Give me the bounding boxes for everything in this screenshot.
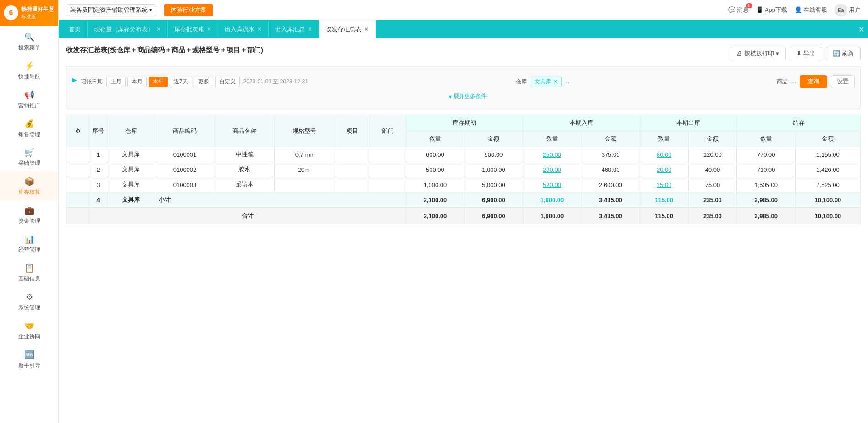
- th-goods-code: 商品编码: [155, 115, 215, 147]
- row2-dept: [370, 162, 406, 177]
- row1-out-qty[interactable]: 80.00: [640, 147, 688, 162]
- collab-icon: 🤝: [24, 321, 34, 331]
- row2-no: 2: [89, 162, 107, 177]
- row3-in-qty[interactable]: 520.00: [523, 177, 581, 192]
- date-btn-this-year[interactable]: 本年: [149, 77, 168, 87]
- message-item[interactable]: 💬 消息 6: [728, 6, 749, 14]
- table-settings-icon[interactable]: ⚙: [75, 127, 81, 134]
- date-btn-7days[interactable]: 近7天: [170, 77, 192, 87]
- row3-checkbox: [66, 177, 89, 192]
- sidebar-item-purchase[interactable]: 🛒 采购管理: [0, 143, 58, 172]
- export-button[interactable]: ⬇ 导出: [790, 47, 822, 60]
- basic-icon: 📋: [24, 263, 34, 273]
- row2-in-qty[interactable]: 230.00: [523, 162, 581, 177]
- goods-filter-label: 商品: [777, 78, 788, 86]
- warehouse-tag-area: 文具库 ✕ ...: [531, 77, 569, 87]
- user-item[interactable]: Ea 用户: [835, 4, 861, 16]
- sidebar-item-quick-nav[interactable]: ⚡ 快捷导航: [0, 56, 58, 85]
- expand-label: 展开更多条件: [453, 93, 487, 100]
- sidebar-item-operation[interactable]: 📊 经营管理: [0, 230, 58, 258]
- subtotal-out-amt: 235.00: [688, 192, 737, 208]
- row1-goods-code: 0100001: [155, 147, 215, 162]
- header-right: 💬 消息 6 📱 App下载 👤 在线客服 Ea 用户: [728, 4, 861, 16]
- date-btn-this-month[interactable]: 本月: [127, 77, 147, 87]
- tab-home[interactable]: 首页: [62, 20, 88, 38]
- tab-batch-label: 库存批次账: [174, 25, 204, 33]
- th-opening: 库存期初: [406, 115, 523, 131]
- tab-batch-close[interactable]: ✕: [207, 26, 211, 33]
- tab-recv-send-close[interactable]: ✕: [364, 26, 369, 33]
- row2-goods-code: 0100002: [155, 162, 215, 177]
- date-btn-custom[interactable]: 自定义: [215, 77, 240, 87]
- printer-icon: 🖨: [736, 50, 742, 57]
- tab-inout-flow[interactable]: 出入库流水 ✕: [218, 20, 269, 38]
- app-download-item[interactable]: 📱 App下载: [756, 6, 787, 14]
- row3-close-qty: 1,505.00: [737, 177, 796, 192]
- row3-warehouse: 文具库: [107, 177, 155, 192]
- row2-out-qty[interactable]: 20.00: [640, 162, 688, 177]
- tab-recv-send[interactable]: 收发存汇总表 ✕: [319, 20, 376, 38]
- row3-out-qty[interactable]: 15.00: [640, 177, 688, 192]
- th-close-amt: 金额: [795, 131, 860, 147]
- sidebar-item-collab[interactable]: 🤝 企业协同: [0, 316, 58, 345]
- tab-inout-summary-close[interactable]: ✕: [308, 26, 312, 33]
- subtotal-row: 4 文具库 小计 2,100.00 6,900.00 1,000.00 3,43…: [66, 192, 861, 208]
- th-in: 本期入库: [523, 115, 640, 131]
- tab-inventory-dist[interactable]: 现存量（库存分布表） ✕: [88, 20, 168, 38]
- total-open-amt: 6,900.00: [464, 208, 523, 224]
- warehouse-more-btn[interactable]: ...: [564, 78, 569, 85]
- subtotal-warehouse: 文具库: [107, 192, 155, 208]
- date-btn-last-month[interactable]: 上月: [106, 77, 126, 87]
- subtotal-no: 4: [89, 192, 107, 208]
- goods-more-btn[interactable]: ...: [791, 78, 796, 85]
- row1-in-qty[interactable]: 250.00: [523, 147, 581, 162]
- experience-button[interactable]: 体验行业方案: [164, 4, 213, 16]
- tab-inout-flow-close[interactable]: ✕: [257, 26, 262, 33]
- sidebar-label-inventory: 库存核算: [18, 188, 40, 196]
- row3-goods-code: 0100003: [155, 177, 215, 192]
- sidebar-label-sales: 销售管理: [18, 131, 40, 138]
- online-service-item[interactable]: 👤 在线客服: [795, 6, 827, 14]
- system-selector[interactable]: 装备及固定资产辅助管理系统 ▾: [66, 4, 156, 16]
- tab-inventory-dist-close[interactable]: ✕: [156, 26, 161, 33]
- row1-out-amt: 120.00: [688, 147, 737, 162]
- sidebar-label-marketing: 营销推广: [18, 102, 40, 110]
- tab-inout-summary[interactable]: 出入库汇总 ✕: [269, 20, 319, 38]
- subtotal-in-qty[interactable]: 1,000.00: [523, 192, 581, 208]
- sidebar-item-sales[interactable]: 💰 销售管理: [0, 114, 58, 143]
- row1-no: 1: [89, 147, 107, 162]
- row2-open-amt: 1,000.00: [464, 162, 523, 177]
- tab-batch[interactable]: 库存批次账 ✕: [168, 20, 218, 38]
- row2-open-qty: 500.00: [406, 162, 464, 177]
- sidebar-item-guide[interactable]: 🆕 新手引导: [0, 345, 58, 374]
- print-template-button[interactable]: 🖨 按模板打印 ▾: [730, 47, 786, 60]
- total-row: 合计 2,100.00 6,900.00 1,000.00 3,435.00 1…: [66, 208, 861, 224]
- total-out-qty: 115.00: [640, 208, 688, 224]
- settings-filter-button[interactable]: 设置: [831, 75, 855, 88]
- settings-filter-label: 设置: [837, 77, 849, 86]
- refresh-button[interactable]: 🔄 刷新: [826, 47, 861, 60]
- system-name: 装备及固定资产辅助管理系统: [70, 6, 148, 14]
- date-label: 记账日期: [81, 78, 103, 86]
- th-settings[interactable]: ⚙: [66, 115, 89, 147]
- subtotal-label: 小计: [155, 192, 406, 208]
- row1-dept: [370, 147, 406, 162]
- subtotal-checkbox: [66, 192, 89, 208]
- sidebar-item-marketing[interactable]: 📢 营销推广: [0, 85, 58, 114]
- sidebar-item-search[interactable]: 🔍 搜索菜单: [0, 27, 58, 56]
- tab-bar-close-icon[interactable]: ✕: [858, 25, 864, 34]
- date-btn-more[interactable]: 更多: [194, 77, 213, 87]
- sidebar-item-system[interactable]: ⚙ 系统管理: [0, 287, 58, 316]
- expand-conditions-button[interactable]: ▾ 展开更多条件: [449, 93, 487, 100]
- subtotal-out-qty[interactable]: 115.00: [640, 192, 688, 208]
- page-title: 收发存汇总表(按仓库＋商品编码＋商品＋规格型号＋项目＋部门): [66, 46, 263, 55]
- filter-arrow-icon[interactable]: ▶: [72, 76, 77, 83]
- sidebar-item-finance[interactable]: 💼 资金管理: [0, 201, 58, 230]
- sidebar-item-inventory[interactable]: 📦 库存核算: [0, 172, 58, 201]
- query-button[interactable]: 查询: [800, 75, 827, 88]
- sales-icon: 💰: [24, 119, 34, 129]
- sidebar-item-basic[interactable]: 📋 基础信息: [0, 258, 58, 287]
- tab-inventory-dist-label: 现存量（库存分布表）: [94, 25, 154, 33]
- user-avatar: Ea: [835, 4, 847, 16]
- warehouse-tag-close[interactable]: ✕: [553, 78, 558, 85]
